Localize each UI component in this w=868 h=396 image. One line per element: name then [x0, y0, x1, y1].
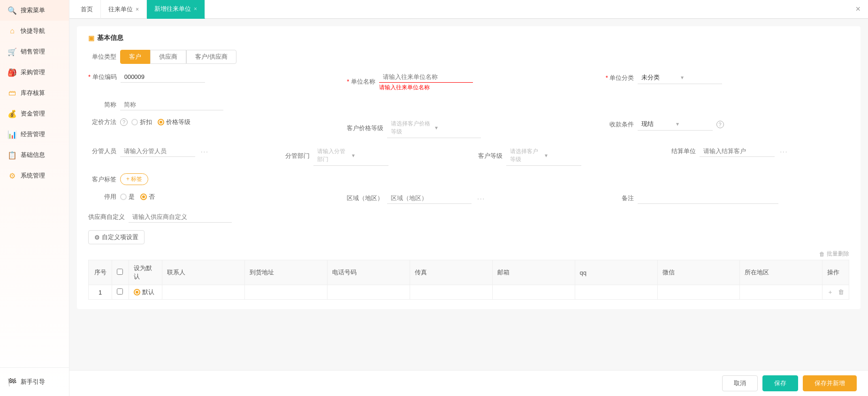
tab-partner-close[interactable]: ×	[136, 6, 139, 13]
custom-settings-button[interactable]: ⚙ 自定义项设置	[88, 230, 145, 244]
row-fax[interactable]	[410, 285, 492, 300]
supplier-custom-input[interactable]	[129, 211, 232, 223]
row-check[interactable]	[112, 285, 129, 300]
sidebar-item-label: 搜索菜单	[21, 6, 45, 15]
row-default: 默认	[129, 285, 162, 300]
supplier-custom-label: 供应商自定义	[88, 213, 125, 221]
sidebar-item-inventory[interactable]: 🗃 库存核算	[0, 83, 69, 103]
sidebar-item-label: 库存核算	[21, 89, 45, 97]
unit-category-select[interactable]: 未分类 ▾	[638, 71, 722, 84]
cancel-button[interactable]: 取消	[722, 375, 758, 391]
dept-label: 分管部门	[282, 152, 310, 160]
settlement-group: 结算单位 ···	[668, 146, 850, 157]
sidebar-item-label: 资金管理	[21, 109, 45, 118]
email-input[interactable]	[497, 289, 570, 296]
sidebar-item-basic[interactable]: 📋 基础信息	[0, 145, 69, 165]
pricing-level-radio[interactable]: 价格等级	[158, 118, 190, 126]
system-icon: ⚙	[8, 171, 17, 180]
row-qq[interactable]	[575, 285, 657, 300]
pricing-help-icon[interactable]: ?	[120, 118, 128, 126]
code-name-category-row: 单位编码 单位名称 请输入往来单位名称 单位分类 未分类	[88, 71, 849, 92]
tab-partner-label: 往来单位	[108, 5, 133, 14]
main-area: 首页 往来单位 × 新增往来单位 × × ▣ 基本信息 单位类型 客户	[69, 0, 868, 396]
unit-category-group: 单位分类 未分类 ▾	[606, 71, 849, 84]
sidebar-item-search[interactable]: 🔍 搜索菜单	[0, 0, 69, 21]
contact-table: 序号 设为默认 联系人 到货地址 电话号码 传真 邮箱 qq 微信 所在地区 操…	[88, 260, 849, 300]
row-checkbox[interactable]	[117, 288, 123, 295]
save-button[interactable]: 保存	[762, 375, 798, 391]
wechat-input[interactable]	[662, 289, 735, 296]
manager-more[interactable]: ···	[199, 148, 211, 155]
row-default-radio[interactable]: 默认	[134, 288, 157, 296]
select-all-checkbox[interactable]	[117, 269, 123, 275]
save-new-button[interactable]: 保存并新增	[803, 375, 857, 391]
region-more[interactable]: ···	[475, 195, 487, 202]
payment-terms-select[interactable]: 现结 ▾	[638, 118, 713, 131]
row-region[interactable]	[740, 285, 822, 300]
batch-delete-btn[interactable]: 🗑 批量删除	[88, 250, 849, 258]
add-tag-button[interactable]: + 标签	[120, 173, 148, 185]
tag-group: 客户标签 + 标签	[88, 173, 849, 185]
phone-input[interactable]	[332, 289, 405, 296]
disabled-yes-circle	[120, 194, 127, 200]
unit-name-input[interactable]	[379, 71, 473, 83]
disabled-no-radio[interactable]: 否	[140, 193, 155, 201]
row-address[interactable]	[245, 285, 327, 300]
customer-level-select[interactable]: 请选择客户等级 ▾	[506, 146, 581, 166]
dept-select[interactable]: 请输入分管部门 ▾	[313, 146, 388, 166]
pricing-discount-radio[interactable]: 折扣	[131, 118, 152, 126]
tab-home[interactable]: 首页	[73, 0, 101, 19]
add-row-btn[interactable]: ＋	[827, 288, 833, 295]
tab-new-partner-close[interactable]: ×	[194, 6, 197, 12]
section-title-text: 基本信息	[97, 34, 123, 42]
customer-price-select[interactable]: 请选择客户价格等级 ▾	[387, 118, 481, 138]
footer: 取消 保存 保存并新增	[69, 370, 868, 396]
close-all-tabs[interactable]: ×	[852, 2, 864, 16]
disabled-yes-radio[interactable]: 是	[120, 193, 135, 201]
row-contact[interactable]	[162, 285, 245, 300]
sidebar-item-sales[interactable]: 🛒 销售管理	[0, 41, 69, 62]
contact-input[interactable]	[167, 289, 240, 296]
remark-input[interactable]	[638, 193, 778, 204]
region-input[interactable]	[387, 193, 472, 204]
row-phone[interactable]	[327, 285, 410, 300]
short-name-input[interactable]	[120, 99, 223, 110]
sidebar-item-operations[interactable]: 📊 经营管理	[0, 124, 69, 145]
unit-name-group: 单位名称 请输入往来单位名称	[347, 71, 590, 92]
sidebar-item-system[interactable]: ⚙ 系统管理	[0, 165, 69, 186]
tab-partner[interactable]: 往来单位 ×	[101, 0, 147, 19]
row-email[interactable]	[492, 285, 575, 300]
fax-input[interactable]	[415, 289, 487, 296]
row-default-circle	[134, 289, 140, 295]
qq-input[interactable]	[580, 289, 653, 296]
inventory-icon: 🗃	[8, 88, 17, 98]
row-wechat[interactable]	[657, 285, 740, 300]
settlement-more[interactable]: ···	[778, 148, 790, 155]
col-wechat: 微信	[657, 260, 740, 285]
basic-icon: 📋	[8, 150, 17, 160]
unit-btn-customer[interactable]: 客户	[120, 50, 150, 64]
sidebar-item-finance[interactable]: 💰 资金管理	[0, 103, 69, 124]
disabled-group: 停用 是 否	[88, 193, 332, 201]
disabled-radio-group: 是 否	[120, 193, 155, 201]
customer-level-group: 客户等级 请选择客户等级 ▾	[474, 146, 656, 166]
unit-code-input[interactable]	[121, 71, 205, 83]
manager-input[interactable]	[120, 146, 195, 157]
unit-btn-both[interactable]: 客户/供应商	[186, 50, 236, 64]
sidebar-item-guide[interactable]: 🏁 新手引导	[0, 372, 69, 392]
row-region-input[interactable]	[745, 289, 817, 296]
payment-terms-help[interactable]: ?	[716, 121, 724, 128]
unit-name-error-tip: 请输入往来单位名称	[379, 84, 473, 92]
sidebar-item-quicknav[interactable]: ⌂ 快捷导航	[0, 21, 69, 41]
delete-row-btn[interactable]: 🗑	[838, 288, 844, 295]
settlement-input[interactable]	[700, 146, 775, 157]
sidebar-item-purchase[interactable]: 🎒 采购管理	[0, 62, 69, 83]
unit-category-value: 未分类	[641, 73, 679, 82]
unit-btn-supplier[interactable]: 供应商	[150, 50, 186, 64]
search-icon: 🔍	[8, 6, 17, 15]
tab-new-partner[interactable]: 新增往来单位 ×	[147, 0, 205, 19]
sidebar: 🔍 搜索菜单 ⌂ 快捷导航 🛒 销售管理 🎒 采购管理 🗃 库存核算 💰 资金管…	[0, 0, 69, 396]
col-checkbox	[112, 260, 129, 285]
address-input[interactable]	[250, 289, 322, 296]
department-group: 分管部门 请输入分管部门 ▾	[282, 146, 464, 166]
